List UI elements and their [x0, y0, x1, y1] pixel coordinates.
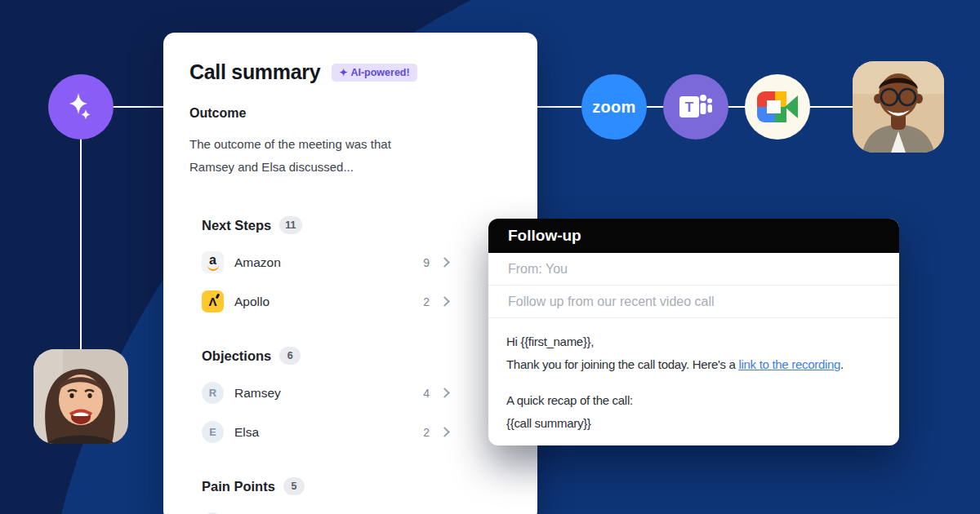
from-placeholder: From: You [508, 262, 568, 277]
zoom-logo-text: zoom [592, 98, 635, 117]
teams-logo-icon: T [678, 91, 714, 123]
section-label: Pain Points [202, 479, 275, 494]
list-item-count: 2 [423, 426, 430, 439]
section-label: Objections [202, 348, 271, 364]
ai-sparkle-bubble [48, 74, 114, 140]
list-item-apollo[interactable]: Λ Apollo 2 [202, 290, 448, 312]
follow-up-email-card: Follow-up From: You Follow up from our r… [488, 219, 899, 445]
list-item-count: 9 [423, 256, 430, 269]
amazon-logo-icon: a [202, 251, 224, 273]
section-count-badge: 5 [283, 477, 305, 495]
email-from-field[interactable]: From: You [488, 253, 899, 286]
list-item-label: Apollo [234, 295, 270, 309]
section-heading-pain-points: Pain Points 5 [202, 477, 505, 495]
follow-up-title: Follow-up [508, 227, 581, 245]
svg-text:T: T [685, 100, 694, 115]
sparkle-icon: ✦ [339, 68, 347, 78]
section-heading-next-steps: Next Steps 11 [202, 216, 505, 234]
recording-link[interactable]: link to the recording [738, 357, 840, 371]
apollo-logo-icon: Λ [202, 290, 224, 312]
paragraph-gap [506, 376, 889, 389]
woman-portrait [33, 349, 128, 444]
amazon-letter: a [209, 255, 216, 265]
call-summary-card: Call summary ✦ AI-powered! Outcome The o… [163, 33, 537, 514]
thanks-period: . [840, 357, 844, 371]
list-item-label: Elsa [234, 425, 259, 440]
chevron-right-icon [439, 296, 450, 307]
email-thanks-line: Thank you for joining the call today. He… [506, 353, 889, 376]
page-title: Call summary [189, 60, 320, 84]
list-item-label: Amazon [234, 255, 281, 270]
chevron-right-icon [439, 388, 450, 398]
chevron-right-icon [439, 427, 450, 437]
amazon-smile-arrow [207, 265, 219, 271]
meet-logo-icon [757, 91, 798, 122]
section-heading-objections: Objections 6 [202, 347, 505, 365]
participant-avatar-man [853, 61, 944, 153]
list-item-elsa-objections[interactable]: E Elsa 2 [202, 421, 448, 443]
email-recap-line: A quick recap of the call: [506, 389, 889, 412]
email-greeting: Hi {{first_name}}, [506, 330, 889, 353]
letter-avatar: R [202, 382, 224, 404]
list-item-ramsey-objections[interactable]: R Ramsey 4 [202, 382, 448, 404]
chevron-right-icon [439, 257, 450, 268]
email-body[interactable]: Hi {{first_name}}, Thank you for joining… [488, 318, 899, 435]
section-count-badge: 11 [279, 216, 301, 234]
list-item-label: Ramsey [234, 386, 281, 401]
google-meet-app-icon [745, 74, 810, 140]
apollo-tick [216, 294, 220, 299]
section-count-badge: 6 [279, 347, 301, 365]
summary-sections: Next Steps 11 a Amazon 9 Λ Apollo 2 [202, 216, 505, 514]
follow-up-header: Follow-up [488, 219, 899, 253]
list-item-amazon[interactable]: a Amazon 9 [202, 251, 448, 273]
email-recap-placeholder: {{call summary}} [506, 412, 889, 435]
marketing-canvas: Call summary ✦ AI-powered! Outcome The o… [0, 0, 980, 514]
ai-powered-badge: ✦ AI-powered! [332, 64, 416, 82]
participant-avatar-woman [33, 349, 128, 444]
list-item-count: 4 [423, 387, 430, 400]
section-label: Next Steps [202, 218, 271, 233]
connector-line-vertical [80, 107, 82, 352]
zoom-app-icon: zoom [581, 74, 647, 140]
letter-avatar: E [202, 421, 224, 443]
thanks-text: Thank you for joining the call today. He… [506, 357, 738, 371]
email-subject-field[interactable]: Follow up from our recent video call [488, 286, 899, 318]
sparkle-icon [64, 90, 98, 124]
subject-placeholder: Follow up from our recent video call [508, 295, 715, 309]
outcome-text: The outcome of the meeting was that Rams… [189, 133, 398, 179]
man-portrait [853, 61, 944, 153]
outcome-heading: Outcome [189, 106, 505, 121]
microsoft-teams-app-icon: T [663, 74, 728, 140]
list-item-count: 2 [423, 295, 430, 308]
ai-powered-badge-label: AI-powered! [350, 67, 409, 78]
